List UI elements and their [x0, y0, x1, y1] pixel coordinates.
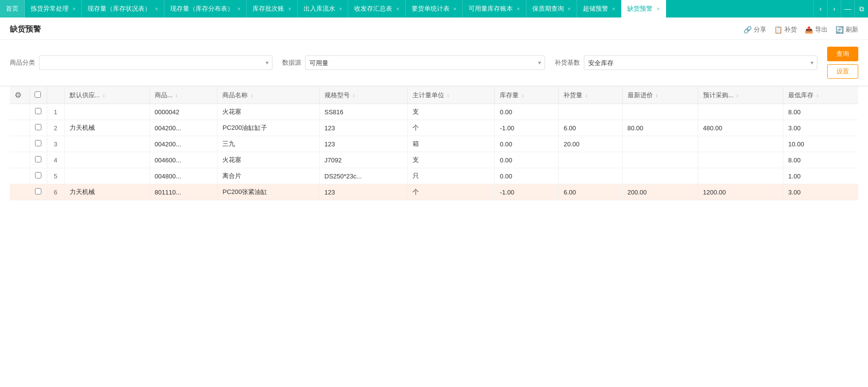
- tab-inventory-status[interactable]: 现存量（库存状况表） ×: [82, 0, 164, 18]
- row-product-code-1: 0000042: [149, 104, 217, 120]
- settings-button[interactable]: 设置: [827, 64, 858, 79]
- row-min-stock-3: 10.00: [783, 136, 858, 152]
- col-product-code-label: 商品...: [155, 91, 173, 99]
- row-stock-3: 0.00: [495, 136, 559, 152]
- row-latest-price-3: [622, 136, 698, 152]
- row-product-name-1: 火花塞: [217, 104, 319, 120]
- tab-available[interactable]: 可用量库存账本 ×: [463, 0, 526, 18]
- col-unit-sort-icon[interactable]: ↕: [447, 93, 450, 98]
- replenish-select-wrapper: 安全库存 最低库存 最高库存 ▾: [584, 55, 817, 70]
- row-num-1: 1: [47, 104, 64, 120]
- tab-flow-close[interactable]: ×: [339, 6, 342, 12]
- col-stock-sort-icon[interactable]: ↕: [522, 93, 524, 98]
- tab-inventory-dist[interactable]: 现存量（库存分布表） ×: [164, 0, 247, 18]
- tab-inventory-dist-label: 现存量（库存分布表）: [170, 4, 234, 13]
- col-product-name-sort-icon[interactable]: ↕: [251, 93, 253, 98]
- col-estimated-purchase-sort-icon[interactable]: ↕: [736, 93, 739, 98]
- nav-minimize-btn[interactable]: —: [841, 0, 854, 18]
- refresh-btn[interactable]: 🔄 刷新: [835, 25, 858, 34]
- row-latest-price-5: [622, 168, 698, 184]
- row-product-code-3: 004200...: [149, 136, 217, 152]
- tab-batch[interactable]: 库存批次账 ×: [247, 0, 297, 18]
- row-product-code-6: 801110...: [149, 184, 217, 200]
- row-checkbox-5[interactable]: [35, 172, 41, 178]
- replenish-select[interactable]: 安全库存 最低库存 最高库存: [584, 55, 817, 70]
- tab-overstock[interactable]: 超储预警 ×: [577, 0, 621, 18]
- datasource-select[interactable]: 可用量 库存量: [305, 55, 545, 70]
- row-checkbox-4[interactable]: [35, 156, 41, 162]
- tab-flow[interactable]: 出入库流水 ×: [298, 0, 348, 18]
- col-estimated-purchase-label: 预计采购...: [703, 91, 734, 99]
- row-latest-price-4: [622, 152, 698, 168]
- col-supplier-sort-icon[interactable]: ↕: [103, 93, 105, 98]
- filter-actions: 查询 设置: [827, 47, 858, 79]
- col-latest-price: 最新进价 ↕: [622, 87, 698, 104]
- tab-shortage-close[interactable]: ×: [656, 6, 659, 12]
- tab-inventory-status-close[interactable]: ×: [155, 6, 158, 12]
- datasource-filter-label: 数据源: [282, 58, 301, 67]
- export-label: 导出: [815, 25, 828, 34]
- category-select[interactable]: [39, 55, 272, 70]
- tab-pick-exception[interactable]: 拣货异常处理 ×: [25, 0, 82, 18]
- row-estimated-purchase-4: [698, 152, 783, 168]
- tab-requisition-close[interactable]: ×: [453, 6, 456, 12]
- col-supplement-sort-icon[interactable]: ↕: [585, 93, 588, 98]
- row-checkbox-3[interactable]: [35, 140, 41, 146]
- tab-shortage[interactable]: 缺货预警 ×: [621, 0, 666, 18]
- table-body: 1 0000042 火花塞 SS816 支 0.00 8.00 2 力天机械 0…: [10, 104, 858, 200]
- select-all-checkbox[interactable]: [35, 91, 41, 98]
- row-checkbox-6[interactable]: [35, 188, 41, 194]
- query-button[interactable]: 查询: [827, 47, 858, 61]
- col-latest-price-sort-icon[interactable]: ↕: [655, 93, 658, 98]
- row-checkbox-cell: [29, 120, 47, 136]
- row-stock-6: -1.00: [495, 184, 559, 200]
- nav-next-btn[interactable]: ›: [827, 0, 841, 18]
- export-btn[interactable]: 📤 导出: [805, 25, 828, 34]
- col-product-code-sort-icon[interactable]: ↕: [175, 93, 178, 98]
- col-spec-sort-icon[interactable]: ↕: [352, 93, 355, 98]
- row-product-name-4: 火花塞: [217, 152, 319, 168]
- table-row: 3 004200... 三九 123 箱 0.00 20.00 10.00: [10, 136, 858, 152]
- nav-restore-btn[interactable]: ⧉: [854, 0, 868, 18]
- row-checkbox-cell: [29, 152, 47, 168]
- tab-inventory-dist-close[interactable]: ×: [237, 6, 240, 12]
- row-stock-1: 0.00: [495, 104, 559, 120]
- row-checkbox-1[interactable]: [35, 108, 41, 114]
- tab-overstock-close[interactable]: ×: [612, 6, 615, 12]
- row-estimated-purchase-2: 480.00: [698, 120, 783, 136]
- tab-available-close[interactable]: ×: [517, 6, 520, 12]
- tab-home-label: 首页: [6, 4, 18, 13]
- column-settings-icon[interactable]: ⚙: [15, 90, 21, 100]
- table-header-row: ⚙ 默认供应... ↕ 商品... ↕ 商品名称: [10, 87, 858, 104]
- row-checkbox-2[interactable]: [35, 124, 41, 130]
- col-spec-label: 规格型号: [325, 91, 350, 99]
- row-min-stock-2: 3.00: [783, 120, 858, 136]
- tab-summary-close[interactable]: ×: [396, 6, 399, 12]
- tab-expiry-close[interactable]: ×: [568, 6, 571, 12]
- supplement-btn[interactable]: 📋 补货: [774, 25, 797, 34]
- row-product-code-5: 004800...: [149, 168, 217, 184]
- tab-expiry-label: 保质期查询: [532, 4, 564, 13]
- row-supplier-6: 力天机械: [64, 184, 149, 200]
- row-spec-6: 123: [319, 184, 407, 200]
- tab-batch-close[interactable]: ×: [288, 6, 291, 12]
- row-unit-6: 个: [407, 184, 494, 200]
- tab-expiry[interactable]: 保质期查询 ×: [526, 0, 577, 18]
- tab-summary[interactable]: 收发存汇总表 ×: [348, 0, 405, 18]
- tab-home[interactable]: 首页: [0, 0, 25, 18]
- tab-pick-exception-close[interactable]: ×: [72, 6, 75, 12]
- table-row: 4 004600... 火花塞 J7092 支 0.00 8.00: [10, 152, 858, 168]
- row-checkbox-cell: [29, 184, 47, 200]
- tab-requisition[interactable]: 要货单统计表 ×: [406, 0, 463, 18]
- row-unit-3: 箱: [407, 136, 494, 152]
- table-row: 5 004800... 离合片 DS250*23c... 只 0.00 1.00: [10, 168, 858, 184]
- row-estimated-purchase-6: 1200.00: [698, 184, 783, 200]
- row-estimated-purchase-1: [698, 104, 783, 120]
- row-supplier-4: [64, 152, 149, 168]
- row-checkbox-cell: [29, 168, 47, 184]
- share-btn[interactable]: 🔗 分享: [743, 25, 766, 34]
- nav-prev-btn[interactable]: ‹: [814, 0, 827, 18]
- col-min-stock-sort-icon[interactable]: ↕: [816, 93, 819, 98]
- header-actions: 🔗 分享 📋 补货 📤 导出 🔄 刷新: [743, 25, 858, 34]
- row-unit-1: 支: [407, 104, 494, 120]
